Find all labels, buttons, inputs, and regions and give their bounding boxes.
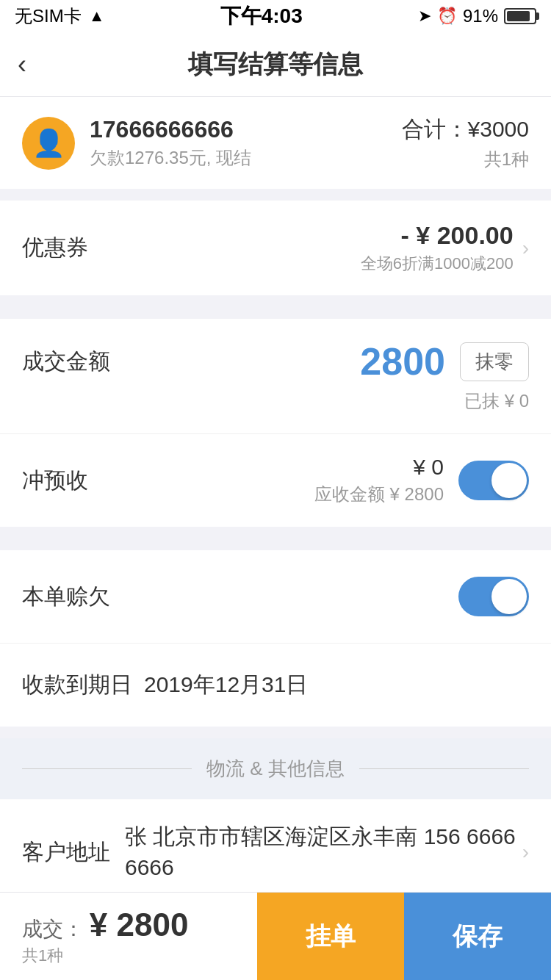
total-amount: 合计：¥3000 [402,115,529,145]
due-date-section: 收款到期日 2019年12月31日 [0,643,551,727]
deal-sub-label: 已抹 ¥ 0 [22,389,529,413]
customer-phone: 17666666666 [90,116,251,143]
deal-amount-value: 2800 [360,339,445,383]
total-count: 共1种 [402,148,529,171]
customer-section: 👤 17666666666 欠款1276.35元, 现结 合计：¥3000 共1… [0,97,551,189]
address-section[interactable]: 客户地址 张 北京市市辖区海淀区永丰南 156 6666 6666 › [0,799,551,905]
address-value: 张 北京市市辖区海淀区永丰南 156 6666 6666 [125,821,522,883]
battery-bar [504,8,536,24]
separator-1 [0,307,551,319]
bottom-bar: 成交： ¥ 2800 共1种 挂单 保存 [0,892,551,980]
address-label: 客户地址 [22,837,110,868]
round-off-button[interactable]: 抹零 [460,342,529,381]
coupon-amount: - ¥ 200.00 [361,221,514,250]
location-icon: ➤ [418,7,431,26]
avatar: 👤 [22,117,75,170]
coupon-label: 优惠券 [22,233,88,263]
coupon-discount: - ¥ 200.00 全场6折满1000减200 [361,221,514,275]
content-area: 👤 17666666666 欠款1276.35元, 现结 合计：¥3000 共1… [0,97,551,980]
prepaid-value: ¥ 0 [314,455,444,480]
coupon-right: - ¥ 200.00 全场6折满1000减200 › [361,221,529,275]
debit-section: 本单赊欠 [0,550,551,643]
bottom-deal-label: 成交： [22,918,84,940]
debit-toggle[interactable] [458,577,529,616]
due-label: 收款到期日 [22,670,132,700]
avatar-icon: 👤 [32,128,65,159]
status-left: 无SIM卡 ▲ [15,4,104,28]
bottom-info: 成交： ¥ 2800 共1种 [0,907,257,967]
bottom-deal-row: 成交： ¥ 2800 [22,907,235,943]
customer-total: 合计：¥3000 共1种 [402,115,529,171]
save-button[interactable]: 保存 [404,893,551,981]
due-row: 收款到期日 2019年12月31日 [22,670,529,700]
total-amount-value: ¥3000 [468,117,529,141]
coupon-section[interactable]: 优惠券 - ¥ 200.00 全场6折满1000减200 › [0,201,551,295]
deal-row: 成交金额 2800 抹零 [22,339,529,383]
bottom-amount-value: ¥ 2800 [90,907,189,943]
prepaid-label: 冲预收 [22,466,88,496]
page-title: 填写结算等信息 [188,48,363,82]
debit-toggle-thumb [491,579,527,614]
address-chevron-icon: › [522,840,529,864]
status-bar: 无SIM卡 ▲ 下午4:03 ➤ ⏰ 91% [0,0,551,32]
prepaid-row: 冲预收 ¥ 0 应收金额 ¥ 2800 [22,455,529,506]
prepaid-right: ¥ 0 应收金额 ¥ 2800 [314,455,529,506]
customer-info: 17666666666 欠款1276.35元, 现结 [90,116,251,170]
deal-section: 成交金额 2800 抹零 已抹 ¥ 0 [0,319,551,433]
logistics-header: 物流 & 其他信息 [0,738,551,799]
logistics-line-left [22,768,192,769]
deal-label: 成交金额 [22,347,110,377]
bottom-count: 共1种 [22,945,235,967]
battery-text: 91% [463,6,498,26]
toggle-thumb [491,463,527,498]
pending-button[interactable]: 挂单 [257,893,404,981]
back-button[interactable]: ‹ [18,49,26,80]
status-time: 下午4:03 [220,2,303,30]
alarm-icon: ⏰ [437,7,457,26]
total-label: 合计： [402,117,468,141]
deal-right: 2800 抹零 [360,339,529,383]
chevron-right-icon: › [522,237,529,260]
debit-label: 本单赊欠 [22,582,110,612]
carrier-text: 无SIM卡 [15,4,82,28]
due-date-value: 2019年12月31日 [144,670,308,700]
status-right: ➤ ⏰ 91% [418,6,536,26]
battery-fill [507,11,530,21]
logistics-title: 物流 & 其他信息 [206,756,345,782]
nav-bar: ‹ 填写结算等信息 [0,32,551,97]
prepaid-sub: 应收金额 ¥ 2800 [314,483,444,506]
prepaid-section: 冲预收 ¥ 0 应收金额 ¥ 2800 [0,433,551,527]
separator-2 [0,527,551,538]
coupon-desc: 全场6折满1000减200 [361,253,514,275]
logistics-line-right [359,768,529,769]
customer-debt: 欠款1276.35元, 现结 [90,146,251,170]
prepaid-amount: ¥ 0 应收金额 ¥ 2800 [314,455,444,506]
prepaid-toggle[interactable] [458,461,529,500]
customer-left: 👤 17666666666 欠款1276.35元, 现结 [22,116,251,170]
wifi-icon: ▲ [89,7,105,26]
